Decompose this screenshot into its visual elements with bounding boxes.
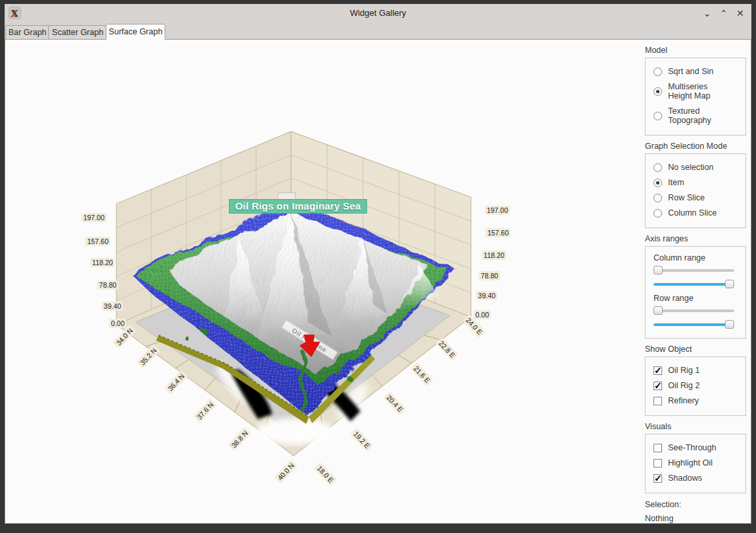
oil-rig-marker-arrow[interactable]: [294, 332, 327, 360]
radio-sqrt-and-sin[interactable]: Sqrt and Sin: [653, 67, 743, 76]
selection-mode-section-title: Graph Selection Mode: [645, 142, 751, 151]
tab-pane: 197.00 157.60 118.20 78.80 39.40 0.00 19…: [5, 39, 751, 524]
checkbox-oil-rig-2[interactable]: Oil Rig 2: [653, 381, 743, 390]
maximize-button[interactable]: ⌃: [719, 9, 728, 18]
row-range-label: Row range: [653, 294, 743, 303]
tab-scatter-graph[interactable]: Scatter Graph: [48, 25, 107, 39]
surface-graph-canvas[interactable]: 197.00 157.60 118.20 78.80 39.40 0.00 19…: [5, 40, 635, 523]
window-title: Widget Gallery: [5, 4, 751, 22]
radio-icon: [653, 112, 662, 120]
y-tick-right: 78.80: [479, 271, 500, 280]
slider-handle[interactable]: [653, 266, 663, 274]
selection-value: Nothing: [645, 514, 751, 523]
y-tick-right: 118.20: [482, 251, 506, 260]
show-object-group: Oil Rig 1 Oil Rig 2 Refinery: [645, 356, 746, 416]
column-range-label: Column range: [653, 253, 743, 263]
radio-no-selection[interactable]: No selection: [653, 163, 743, 172]
checkbox-icon: [653, 444, 662, 452]
column-range-min-slider[interactable]: [653, 266, 734, 275]
radio-icon: [653, 87, 662, 96]
graph-title-banner: Oil Rigs on Imaginary Sea: [229, 199, 367, 214]
y-tick-left: 157.60: [85, 237, 110, 246]
checkbox-icon: [653, 382, 662, 390]
checkbox-icon: [653, 366, 662, 375]
slider-handle[interactable]: [725, 320, 734, 329]
axis-ranges-group: Column range Row range: [645, 246, 746, 339]
minimize-button[interactable]: ⌄: [702, 9, 712, 18]
y-tick-left: 118.20: [90, 258, 114, 267]
checkbox-icon: [653, 474, 662, 483]
radio-icon: [653, 163, 662, 172]
tab-bar-graph[interactable]: Bar Graph: [5, 25, 50, 39]
model-group: Sqrt and Sin Multiseries Height Map Text…: [645, 58, 746, 136]
app-window: Widget Gallery X ⌄ ⌃ ✕ Bar Graph Scatter…: [5, 4, 751, 524]
checkbox-highlight-oil[interactable]: Highlight Oil: [653, 458, 743, 468]
radio-icon: [653, 179, 662, 187]
y-tick-left: 0.00: [109, 319, 126, 328]
radio-textured-topography[interactable]: Textured Topography: [653, 106, 743, 125]
radio-icon: [653, 67, 662, 76]
y-tick-right: 157.60: [485, 228, 511, 237]
close-button[interactable]: ✕: [735, 9, 745, 18]
column-range-max-slider[interactable]: [653, 280, 734, 289]
selection-mode-group: No selection Item Row Slice Column Slice: [645, 153, 746, 228]
radio-multiseries-height-map[interactable]: Multiseries Height Map: [653, 82, 743, 101]
radio-row-slice[interactable]: Row Slice: [653, 193, 743, 202]
slider-track[interactable]: [653, 269, 734, 272]
slider-track[interactable]: [653, 323, 734, 326]
slider-track[interactable]: [653, 309, 734, 312]
checkbox-icon: [653, 397, 662, 405]
radio-icon: [653, 209, 662, 218]
app-icon: X: [9, 7, 21, 19]
slider-track[interactable]: [653, 283, 734, 286]
axis-ranges-section-title: Axis ranges: [645, 234, 751, 243]
radio-item[interactable]: Item: [653, 178, 743, 187]
checkbox-see-through[interactable]: See-Through: [653, 443, 743, 452]
visuals-group: See-Through Highlight Oil Shadows: [645, 434, 746, 493]
row-range-min-slider[interactable]: [653, 306, 734, 315]
control-sidebar: Model Sqrt and Sin Multiseries Height Ma…: [639, 40, 751, 523]
y-tick-left: 197.00: [81, 213, 106, 222]
y-tick-left: 39.40: [102, 302, 123, 311]
checkbox-oil-rig-1[interactable]: Oil Rig 1: [653, 366, 743, 375]
title-bar: Widget Gallery X ⌄ ⌃ ✕: [5, 4, 751, 22]
model-section-title: Model: [645, 46, 751, 55]
tab-surface-graph[interactable]: Surface Graph: [106, 24, 165, 40]
checkbox-shadows[interactable]: Shadows: [653, 473, 743, 483]
tab-bar: Bar Graph Scatter Graph Surface Graph: [5, 22, 751, 40]
row-range-max-slider[interactable]: [653, 320, 734, 329]
radio-column-slice[interactable]: Column Slice: [653, 208, 743, 218]
slider-handle[interactable]: [725, 280, 734, 288]
checkbox-icon: [653, 459, 662, 468]
y-tick-left: 78.80: [97, 280, 118, 290]
y-tick-right: 0.00: [474, 310, 491, 319]
visuals-section-title: Visuals: [645, 422, 751, 431]
radio-icon: [653, 194, 662, 202]
show-object-section-title: Show Object: [645, 345, 751, 354]
y-tick-right: 197.00: [485, 206, 510, 215]
slider-handle[interactable]: [653, 306, 663, 315]
y-tick-right: 39.40: [476, 291, 497, 300]
checkbox-refinery[interactable]: Refinery: [653, 396, 743, 405]
selection-label: Selection:: [645, 500, 751, 509]
